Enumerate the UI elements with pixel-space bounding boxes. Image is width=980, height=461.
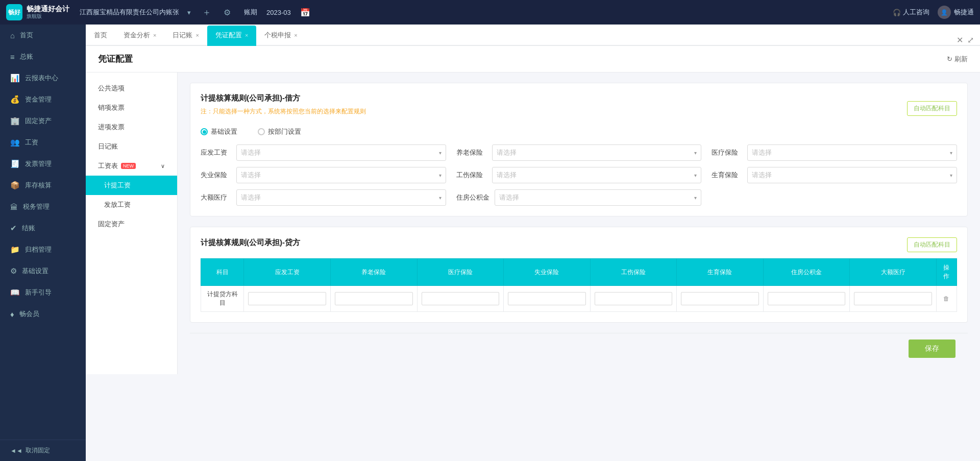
- nav-item-fixed-assets[interactable]: 固定资产: [86, 214, 177, 234]
- input-housing-fund[interactable]: [768, 292, 846, 305]
- input-gross-salary[interactable]: [248, 292, 326, 305]
- radio-basic-setup[interactable]: 基础设置: [201, 127, 237, 136]
- sidebar-item-label: 基础设置: [22, 266, 48, 276]
- input-medical[interactable]: [422, 292, 500, 305]
- sidebar-item-assets[interactable]: 🏢 固定资产: [0, 110, 86, 132]
- tab-voucher-label: 凭证配置: [215, 31, 242, 40]
- page-header: 凭证配置 ↻ 刷新: [86, 46, 980, 72]
- company-dropdown-arrow[interactable]: ▾: [187, 9, 191, 16]
- sidebar-item-member[interactable]: ♦ 畅会员: [0, 303, 86, 325]
- pension-placeholder: 请选择: [497, 148, 517, 157]
- save-bar: 保存: [190, 333, 968, 364]
- nav-item-pay-salary-label: 发放工资: [104, 200, 131, 209]
- service-button[interactable]: 🎧 人工咨询: [893, 8, 929, 17]
- content-area: 首页 资金分析 × 日记账 × 凭证配置 × 个税申报 × ✕ ⤢: [86, 25, 980, 461]
- tab-funds-close[interactable]: ×: [153, 32, 156, 38]
- debit-auto-match-button[interactable]: 自动匹配科目: [907, 101, 957, 116]
- sidebar-item-guide[interactable]: 📖 新手引导: [0, 282, 86, 303]
- sidebar-item-salary[interactable]: 👥 工资: [0, 132, 86, 153]
- form-item-pension: 养老保险 请选择 ▾: [456, 144, 702, 161]
- sidebar-item-archive[interactable]: 📁 归档管理: [0, 239, 86, 260]
- th-medical: 医疗保险: [417, 259, 504, 286]
- medical-select[interactable]: 请选择 ▾: [747, 144, 957, 161]
- th-pension: 养老保险: [330, 259, 417, 286]
- pension-select[interactable]: 请选择 ▾: [492, 144, 702, 161]
- unemployment-select[interactable]: 请选择 ▾: [236, 167, 446, 183]
- pension-label: 养老保险: [456, 148, 487, 157]
- tab-expand-icon[interactable]: ⤢: [967, 35, 974, 45]
- refresh-icon: ↻: [947, 55, 952, 63]
- add-account-button[interactable]: ＋: [202, 6, 211, 18]
- gross-salary-select[interactable]: 请选择 ▾: [236, 144, 446, 161]
- nav-item-journal[interactable]: 日记账: [86, 137, 177, 156]
- sidebar-item-tax[interactable]: 🏛 税务管理: [0, 196, 86, 217]
- logo-icon: 畅好: [6, 4, 22, 20]
- save-button[interactable]: 保存: [909, 339, 955, 358]
- housing-fund-select[interactable]: 请选择 ▾: [495, 189, 702, 206]
- nav-item-accrual-salary[interactable]: 计提工资: [86, 176, 177, 195]
- input-large-medical[interactable]: [854, 292, 932, 305]
- maternity-select[interactable]: 请选择 ▾: [747, 167, 957, 183]
- user-menu[interactable]: 👤 畅捷通: [938, 6, 974, 19]
- tab-home[interactable]: 首页: [86, 26, 115, 46]
- credit-auto-match-button[interactable]: 自动匹配科目: [907, 237, 957, 252]
- tab-voucher-close[interactable]: ×: [245, 32, 248, 38]
- injury-arrow: ▾: [694, 173, 697, 178]
- nav-item-salary-table[interactable]: 工资表 NEW ∨: [86, 156, 177, 176]
- nav-item-purchase-invoice[interactable]: 进项发票: [86, 117, 177, 137]
- sidebar-item-label: 总账: [20, 52, 33, 61]
- settings-icon[interactable]: ⚙: [224, 8, 231, 17]
- panel-layout: 公共选项 销项发票 进项发票 日记账 工资表 NEW ∨: [86, 72, 980, 374]
- sidebar-item-checkout[interactable]: ✔ 结账: [0, 217, 86, 239]
- injury-select[interactable]: 请选择 ▾: [492, 167, 702, 183]
- delete-icon[interactable]: 🗑: [943, 295, 949, 302]
- tax-icon: 🏛: [10, 203, 18, 211]
- injury-label: 工伤保险: [456, 171, 487, 180]
- nav-expand-arrow: ∨: [161, 163, 165, 169]
- tab-close-window-icon[interactable]: ✕: [957, 35, 963, 45]
- credit-section-title: 计提核算规则(公司承担)-贷方: [201, 238, 300, 248]
- tab-tax[interactable]: 个税申报 ×: [256, 26, 305, 46]
- form-item-medical: 医疗保险 请选择 ▾: [712, 144, 957, 161]
- large-medical-select[interactable]: 请选择 ▾: [236, 189, 446, 206]
- credit-section: 计提核算规则(公司承担)-贷方 自动匹配科目 科目 应发工资 养老保险 医疗保险: [190, 227, 968, 323]
- tab-home-label: 首页: [94, 31, 107, 40]
- input-injury[interactable]: [595, 292, 673, 305]
- nav-item-pay-salary[interactable]: 发放工资: [86, 195, 177, 214]
- sidebar-item-funds[interactable]: 💰 资金管理: [0, 89, 86, 110]
- cell-unemployment: [504, 286, 591, 312]
- page-title: 凭证配置: [98, 53, 133, 65]
- tab-journal[interactable]: 日记账 ×: [164, 26, 207, 46]
- calendar-icon[interactable]: 📅: [300, 8, 310, 17]
- tab-funds[interactable]: 资金分析 ×: [115, 26, 164, 46]
- input-pension[interactable]: [335, 292, 413, 305]
- cancel-fixed-button[interactable]: ◄◄ 取消固定: [0, 440, 86, 461]
- medical-placeholder: 请选择: [752, 148, 772, 157]
- input-maternity[interactable]: [681, 292, 759, 305]
- sidebar-item-label: 工资: [25, 138, 38, 147]
- cancel-fixed-icon: ◄◄: [10, 447, 22, 454]
- sidebar: ⌂ 首页 ≡ 总账 📊 云报表中心 💰 资金管理 🏢 固定资产 👥 工资 🧾 发…: [0, 25, 86, 461]
- sidebar-item-home[interactable]: ⌂ 首页: [0, 25, 86, 46]
- row-label: 计提贷方科目: [201, 286, 244, 312]
- nav-item-sales-invoice-label: 销项发票: [98, 103, 125, 112]
- nav-item-public[interactable]: 公共选项: [86, 79, 177, 98]
- radio-dept-setup[interactable]: 按部门设置: [258, 127, 301, 136]
- sidebar-item-settings[interactable]: ⚙ 基础设置: [0, 260, 86, 282]
- cell-medical: [417, 286, 504, 312]
- main-layout: ⌂ 首页 ≡ 总账 📊 云报表中心 💰 资金管理 🏢 固定资产 👥 工资 🧾 发…: [0, 25, 980, 461]
- tab-voucher[interactable]: 凭证配置 ×: [207, 26, 256, 46]
- form-item-unemployment: 失业保险 请选择 ▾: [201, 167, 446, 183]
- refresh-button[interactable]: ↻ 刷新: [947, 55, 968, 64]
- sidebar-item-invoice[interactable]: 🧾 发票管理: [0, 153, 86, 175]
- sidebar-item-inventory[interactable]: 📦 库存核算: [0, 175, 86, 196]
- medical-label: 医疗保险: [712, 148, 742, 157]
- sidebar-item-ledger[interactable]: ≡ 总账: [0, 46, 86, 67]
- input-unemployment[interactable]: [508, 292, 586, 305]
- tab-tax-close[interactable]: ×: [294, 32, 297, 38]
- nav-item-sales-invoice[interactable]: 销项发票: [86, 98, 177, 117]
- sidebar-item-reports[interactable]: 📊 云报表中心: [0, 67, 86, 89]
- tab-journal-close[interactable]: ×: [195, 32, 199, 38]
- maternity-arrow: ▾: [950, 173, 952, 178]
- salary-icon: 👥: [10, 138, 20, 147]
